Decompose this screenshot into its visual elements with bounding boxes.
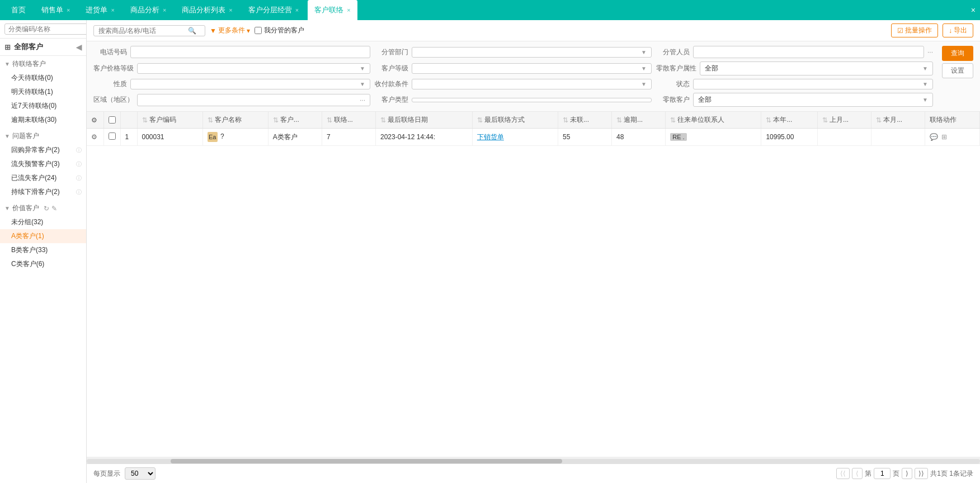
sidebar-item-declining[interactable]: 持续下滑客户(2) ⓘ — [0, 185, 86, 199]
sort-icon-code: ⇅ — [142, 116, 148, 124]
customer-type-select[interactable] — [412, 98, 652, 102]
row-last-method[interactable]: 下销货单 — [477, 133, 504, 141]
tomorrow-pending-label: 明天待联络(1) — [11, 87, 53, 97]
col-this-year[interactable]: ⇅ 本年... — [761, 112, 818, 129]
declining-label: 持续下滑客户(2) — [11, 187, 60, 197]
sidebar-item-lost-customers[interactable]: 已流失客户(24) ⓘ — [0, 171, 86, 185]
price-level-select[interactable]: ▼ — [137, 63, 370, 74]
row-last-method-cell: 下销货单 — [472, 129, 558, 146]
col-last-month[interactable]: ⇅ 上月... — [818, 112, 871, 129]
sidebar-section-pending-title[interactable]: ▼ 待联络客户 — [0, 57, 86, 71]
nav-purchase-close[interactable]: × — [111, 7, 114, 13]
edit-icon[interactable]: ✎ — [51, 205, 57, 212]
manager-dots-icon[interactable]: ··· — [927, 48, 933, 56]
sidebar-item-7days-pending[interactable]: 近7天待联络(0) — [0, 99, 86, 113]
row-name-cell: Ea ? — [202, 129, 268, 146]
sidebar-item-today-pending[interactable]: 今天待联络(0) — [0, 71, 86, 85]
sort-icon-overdue: ⇅ — [616, 116, 622, 124]
chat-icon[interactable]: 💬 — [930, 133, 938, 141]
col-contact[interactable]: ⇅ 联络... — [322, 112, 375, 129]
nature-select[interactable]: ▼ — [130, 79, 370, 89]
my-customers-check[interactable] — [255, 27, 262, 34]
col-not-contact[interactable]: ⇅ 未联... — [558, 112, 611, 129]
col-type[interactable]: ⇅ 客户... — [268, 112, 322, 129]
col-name[interactable]: ⇅ 客户名称 — [202, 112, 268, 129]
refresh-icon[interactable]: ↻ — [44, 205, 49, 212]
nav-goods-analysis-list-close[interactable]: × — [229, 7, 232, 13]
row-checkbox[interactable] — [109, 132, 116, 140]
region-label: 区域（地区） — [93, 95, 134, 105]
sidebar-search-input[interactable] — [4, 23, 87, 35]
sidebar-item-unclassified[interactable]: 未分组(32) — [0, 215, 86, 229]
payment-select[interactable]: ▼ — [412, 79, 652, 89]
settings-btn[interactable]: 设置 — [942, 63, 973, 78]
sidebar-item-class-b[interactable]: B类客户(33) — [0, 243, 86, 257]
retail-customer-select[interactable]: 全部 ▼ — [693, 93, 933, 107]
col-code[interactable]: ⇅ 客户编码 — [137, 112, 202, 129]
nav-purchase[interactable]: 进货单 × — [79, 0, 121, 20]
row-action-icons: 💬 ⊞ — [930, 133, 975, 141]
col-prev-contact[interactable]: ⇅ 往来单位联系人 — [666, 112, 761, 129]
query-btn[interactable]: 查询 — [942, 46, 973, 61]
prev-btn[interactable]: ⟨ — [852, 468, 863, 479]
loss-warning-label: 流失预警客户(3) — [11, 159, 60, 169]
next-next-btn[interactable]: ⟩⟩ — [915, 468, 928, 479]
info-icon-2: ⓘ — [76, 160, 82, 168]
nav-sales[interactable]: 销售单 × — [35, 0, 77, 20]
col-overdue[interactable]: ⇅ 逾期... — [612, 112, 666, 129]
sidebar-collapse-icon[interactable]: ◀ — [76, 43, 82, 51]
scrollbar-thumb[interactable] — [171, 459, 562, 463]
scrollbar-track — [87, 459, 980, 463]
horizontal-scrollbar[interactable] — [87, 457, 980, 463]
manager-input[interactable] — [693, 46, 924, 58]
per-page-select[interactable]: 50 100 200 — [125, 467, 156, 480]
col-last-date[interactable]: ⇅ 最后联络日期 — [376, 112, 473, 129]
filter-field-nature: 性质 ▼ — [93, 79, 370, 89]
close-all-tabs[interactable]: × — [971, 6, 976, 15]
sidebar-item-class-c[interactable]: C类客户(6) — [0, 257, 86, 271]
next-btn[interactable]: ⟩ — [902, 468, 912, 479]
col-this-month-label: 本月... — [883, 115, 902, 125]
dept-select[interactable]: ▼ — [412, 47, 652, 58]
col-last-method[interactable]: ⇅ 最后联络方式 — [472, 112, 558, 129]
filter-search-icon[interactable]: 🔍 — [188, 27, 196, 35]
export-btn[interactable]: ↓ 导出 — [943, 23, 973, 37]
sidebar-section-value-title[interactable]: ▼ 价值客户 ↻ ✎ — [0, 201, 86, 215]
sort-icon-contact: ⇅ — [327, 116, 332, 124]
sidebar-item-overdue-contact[interactable]: 逾期未联络(30) — [0, 113, 86, 127]
customer-level-chev-icon: ▼ — [641, 65, 647, 72]
retail-attr-select[interactable]: 全部 ▼ — [700, 61, 933, 75]
region-select[interactable]: ··· — [137, 94, 370, 106]
my-customers-checkbox[interactable]: 我分管的客户 — [255, 26, 304, 35]
gear-header-icon[interactable]: ⚙ — [91, 116, 97, 124]
batch-ops-btn[interactable]: ☑ 批量操作 — [891, 23, 938, 37]
sidebar-section-problem-title[interactable]: ▼ 问题客户 — [0, 129, 86, 143]
sidebar-item-loss-warning[interactable]: 流失预警客户(3) ⓘ — [0, 157, 86, 171]
nav-customer-tier-close[interactable]: × — [295, 7, 299, 13]
customer-level-select[interactable]: ▼ — [412, 63, 652, 74]
sidebar-item-abnormal-repurchase[interactable]: 回购异常客户(2) ⓘ — [0, 143, 86, 157]
page-input[interactable] — [874, 468, 891, 479]
sidebar-section-pending: ▼ 待联络客户 今天待联络(0) 明天待联络(1) 近7天待联络(0) 逾期未联… — [0, 56, 86, 128]
filter-search-input[interactable] — [98, 27, 188, 35]
nav-customer-contact-close[interactable]: × — [347, 7, 350, 13]
col-this-month[interactable]: ⇅ 本月... — [871, 112, 925, 129]
nav-customer-tier[interactable]: 客户分层经营 × — [242, 0, 305, 20]
status-select[interactable]: ▼ — [693, 79, 933, 89]
filter-more-btn[interactable]: ▼ 更多条件 ▾ — [210, 26, 250, 35]
problem-section-label: 问题客户 — [12, 131, 39, 141]
nav-home[interactable]: 首页 — [4, 0, 32, 20]
phone-input[interactable] — [130, 46, 370, 58]
select-all-checkbox[interactable] — [109, 116, 116, 124]
phone-label: 电话号码 — [93, 48, 127, 57]
prev-prev-btn[interactable]: ⟨⟨ — [836, 468, 850, 479]
nav-goods-analysis-list[interactable]: 商品分析列表 × — [175, 0, 239, 20]
nav-goods-analysis-close[interactable]: × — [163, 7, 166, 13]
sidebar-item-class-a[interactable]: A类客户(1) — [0, 229, 86, 243]
row-gear-cell[interactable]: ⚙ — [87, 129, 103, 146]
nav-sales-close[interactable]: × — [67, 7, 70, 13]
sidebar-item-tomorrow-pending[interactable]: 明天待联络(1) — [0, 85, 86, 99]
nav-customer-contact[interactable]: 客户联络 × — [308, 0, 357, 20]
grid-action-icon[interactable]: ⊞ — [941, 133, 947, 141]
nav-goods-analysis[interactable]: 商品分析 × — [124, 0, 173, 20]
